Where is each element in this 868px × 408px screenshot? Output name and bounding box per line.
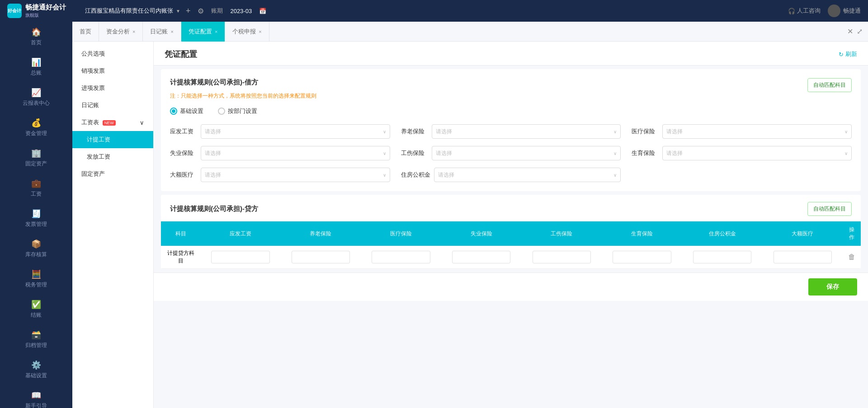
invoice-icon: 🧾 <box>31 209 41 219</box>
left-nav-fixed-asset[interactable]: 固定资产 <box>72 165 153 183</box>
cell-ylbx <box>281 246 361 269</box>
input-ylbx[interactable] <box>292 251 350 263</box>
select-sybx2[interactable]: 请选择 ∨ <box>662 146 852 160</box>
sidebar-item-checkout[interactable]: ✅ 结账 <box>0 294 72 324</box>
settings-icon[interactable]: ⚙ <box>198 7 204 15</box>
form-item-ylbx2: 医疗保险 请选择 ∨ <box>632 124 852 139</box>
sidebar-item-guide[interactable]: 📖 新手引导 <box>0 385 72 408</box>
col-sybx: 失业保险 <box>441 221 522 246</box>
tab-home[interactable]: 首页 <box>72 22 99 42</box>
guide-icon: 📖 <box>31 390 41 400</box>
sidebar-item-invoice[interactable]: 🧾 发票管理 <box>0 203 72 234</box>
radio-dept[interactable]: 按部门设置 <box>218 107 257 115</box>
tab-bar: 首页 资金分析 × 日记账 × 凭证配置 × 个税申报 × ✕ ⤢ <box>72 22 868 42</box>
credit-section-title: 计提核算规则(公司承担)-贷方 <box>170 205 258 213</box>
sidebar-item-asset[interactable]: 🏢 固定资产 <box>0 143 72 173</box>
select-sybx[interactable]: 请选择 ∨ <box>201 146 390 160</box>
save-button[interactable]: 保存 <box>808 278 857 295</box>
left-nav-sales-invoice[interactable]: 销项发票 <box>72 62 153 80</box>
service-button[interactable]: 🎧 人工咨询 <box>788 7 821 15</box>
cell-deyly <box>762 246 843 269</box>
sidebar-item-tax[interactable]: 🧮 税务管理 <box>0 264 72 294</box>
cell-yfgz <box>200 246 281 269</box>
sidebar-item-inventory[interactable]: 📦 库存核算 <box>0 234 72 264</box>
left-nav-payroll-table[interactable]: 工资表 NEW ∨ <box>72 114 153 131</box>
period-label: 账期 <box>211 7 223 15</box>
select-ylbx2[interactable]: 请选择 ∨ <box>662 124 852 139</box>
input-zfgjj[interactable] <box>693 251 751 263</box>
logo-sub: 旗舰版 <box>25 12 66 19</box>
sidebar-item-report[interactable]: 📈 云报表中心 <box>0 82 72 113</box>
select-placeholder: 请选择 <box>205 150 221 157</box>
input-yfgz[interactable] <box>211 251 269 263</box>
refresh-button[interactable]: ↻ 刷新 <box>839 50 857 58</box>
sidebar-item-settings[interactable]: ⚙️ 基础设置 <box>0 355 72 385</box>
left-nav-purchase-invoice[interactable]: 进项发票 <box>72 80 153 97</box>
tab-voucher-config[interactable]: 凭证配置 × <box>181 22 225 42</box>
sidebar-item-archive[interactable]: 🗃️ 归档管理 <box>0 324 72 355</box>
tab-tax[interactable]: 个税申报 × <box>225 22 269 42</box>
radio-circle-basic <box>170 108 177 115</box>
sidebar-item-label: 发票管理 <box>25 220 47 228</box>
company-selector[interactable]: 江西服宝精品有限责任公司内账张 ▼ <box>85 7 180 15</box>
ledger-icon: 📊 <box>31 57 41 67</box>
tab-label: 个税申报 <box>232 28 256 36</box>
close-window-icon[interactable]: ✕ <box>847 27 853 36</box>
sidebar-item-home[interactable]: 🏠 首页 <box>0 22 72 52</box>
input-sybx2[interactable] <box>613 251 671 263</box>
chevron-down-icon: ∨ <box>844 151 848 156</box>
maximize-icon[interactable]: ⤢ <box>857 27 863 36</box>
sidebar-item-label: 税务管理 <box>25 281 47 289</box>
debit-section-header: 计提核算规则(公司承担)-借方 注：只能选择一种方式，系统将按照您当前的选择来配… <box>170 78 852 124</box>
left-nav-journal[interactable]: 日记账 <box>72 97 153 114</box>
select-deyly[interactable]: 请选择 ∨ <box>201 168 390 182</box>
add-button[interactable]: + <box>186 6 191 16</box>
radio-basic[interactable]: 基础设置 <box>170 107 203 115</box>
tab-label: 日记账 <box>150 28 168 36</box>
sidebar-item-fund[interactable]: 💰 资金管理 <box>0 113 72 143</box>
close-tab-icon[interactable]: × <box>132 29 135 34</box>
input-sybx[interactable] <box>452 251 510 263</box>
input-deyly[interactable] <box>774 251 832 263</box>
col-ylbx: 养老保险 <box>281 221 361 246</box>
close-tab-icon[interactable]: × <box>259 29 261 34</box>
top-bar-right: 🎧 人工咨询 畅捷通 <box>788 5 861 17</box>
input-gsbx[interactable] <box>533 251 591 263</box>
tab-fund-analysis[interactable]: 资金分析 × <box>99 22 143 42</box>
form-label-zfgjj: 住房公积金 <box>401 171 430 179</box>
left-nav-payment[interactable]: 发放工资 <box>72 148 153 165</box>
left-nav-accrual[interactable]: 计提工资 <box>72 131 153 148</box>
input-ylbx2[interactable] <box>372 251 430 263</box>
sidebar-item-label: 归档管理 <box>25 342 47 349</box>
col-yfgz: 应发工资 <box>200 221 281 246</box>
select-ylbx[interactable]: 请选择 ∨ <box>432 124 621 139</box>
cell-sybx <box>441 246 522 269</box>
cell-ylbx2 <box>361 246 441 269</box>
tab-journal[interactable]: 日记账 × <box>143 22 181 42</box>
sidebar-item-ledger[interactable]: 📊 总账 <box>0 52 72 82</box>
sidebar-item-salary[interactable]: 💼 工资 <box>0 173 72 203</box>
user-area[interactable]: 畅捷通 <box>828 5 861 17</box>
chevron-down-icon: ▼ <box>176 9 180 14</box>
form-label-sybx2: 生育保险 <box>632 149 659 157</box>
chevron-down-icon: ∨ <box>613 129 617 134</box>
logo-icon: 好会计 <box>7 4 22 18</box>
close-tab-icon[interactable]: × <box>215 29 217 34</box>
delete-row-button[interactable]: 🗑 <box>848 253 855 261</box>
auto-match-debit-button[interactable]: 自动匹配科目 <box>807 78 852 92</box>
radio-dept-label: 按部门设置 <box>228 107 257 115</box>
page-title: 凭证配置 <box>165 49 197 60</box>
col-deyly: 大额医疗 <box>762 221 843 246</box>
logo-area: 好会计 畅捷通好会计 旗舰版 <box>7 3 80 19</box>
credit-section: 计提核算规则(公司承担)-贷方 自动匹配科目 科目 应发工资 养老保险 医疗保险… <box>161 195 861 269</box>
bottom-bar: 保存 <box>154 272 868 301</box>
auto-match-credit-button[interactable]: 自动匹配科目 <box>807 202 852 216</box>
left-nav: 公共选项 销项发票 进项发票 日记账 工资表 NEW ∨ 计提工资 <box>72 42 154 408</box>
calendar-icon[interactable]: 📅 <box>259 8 266 14</box>
select-zfgjj[interactable]: 请选择 ∨ <box>434 168 621 182</box>
tab-label: 首页 <box>80 28 91 36</box>
left-nav-public[interactable]: 公共选项 <box>72 45 153 62</box>
select-yfgz[interactable]: 请选择 ∨ <box>201 124 390 139</box>
select-gsbx[interactable]: 请选择 ∨ <box>432 146 621 160</box>
close-tab-icon[interactable]: × <box>170 29 173 34</box>
